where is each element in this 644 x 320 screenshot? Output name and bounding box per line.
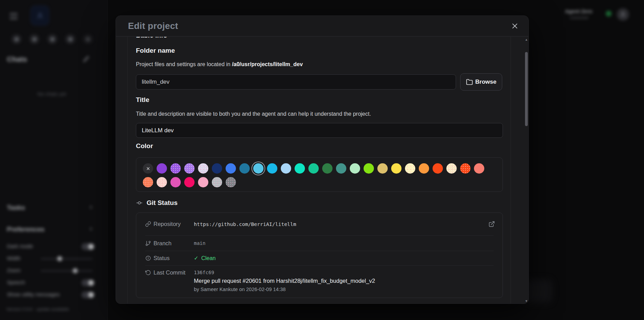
color-swatch[interactable]	[184, 163, 195, 174]
commit-byline: by Sameer Kankute on 2026-02-09 14:38	[194, 287, 375, 292]
color-swatch[interactable]	[267, 163, 277, 174]
color-swatch[interactable]	[157, 163, 167, 174]
color-swatch[interactable]	[184, 177, 195, 187]
color-swatch[interactable]	[143, 177, 153, 187]
git-last-commit-row: Last Commit 136fc69 Merge pull request #…	[136, 266, 503, 298]
color-swatch[interactable]	[405, 163, 415, 174]
color-swatch[interactable]	[239, 163, 250, 174]
external-link-icon[interactable]	[488, 221, 495, 227]
menu-icon[interactable]	[10, 13, 18, 21]
scrollbar-down-icon[interactable]: ▼	[523, 299, 530, 303]
color-swatch[interactable]	[419, 163, 429, 174]
dark-mode-toggle[interactable]	[81, 243, 95, 250]
width-label: Width	[7, 255, 21, 261]
git-status-heading: Git Status	[136, 199, 503, 207]
x-icon	[146, 166, 150, 171]
scrollbar-thumb[interactable]	[525, 52, 528, 126]
color-swatch[interactable]	[295, 163, 305, 174]
color-heading: Color	[136, 142, 503, 150]
app-logo[interactable]	[30, 6, 49, 25]
color-swatch[interactable]	[157, 177, 167, 187]
color-swatch-row-1	[143, 163, 496, 174]
browse-button[interactable]: Browse	[460, 73, 502, 91]
width-slider[interactable]	[41, 258, 92, 259]
scrollbar-up-icon[interactable]: ▲	[523, 38, 530, 41]
color-swatch[interactable]	[446, 163, 457, 174]
commit-hash: 136fc69	[194, 270, 375, 275]
sidebar: Chats No chats yet Tasks › Preferences ›…	[0, 0, 108, 320]
title-heading: Title	[136, 96, 503, 104]
status-online-indicator	[606, 11, 612, 17]
color-swatch[interactable]	[170, 163, 181, 174]
color-swatch-none[interactable]	[143, 163, 153, 174]
color-swatch[interactable]	[212, 177, 222, 187]
new-chat-icon[interactable]	[83, 55, 90, 64]
color-swatch[interactable]	[474, 163, 484, 174]
info-icon	[145, 255, 151, 261]
connection-subtitle: connected	[570, 16, 588, 20]
color-swatch[interactable]	[198, 163, 208, 174]
commit-message: Merge pull request #20601 from Harshit28…	[194, 278, 375, 284]
modal-body: Basic Info Folder name Project files and…	[127, 37, 511, 303]
settings-icon[interactable]	[65, 34, 75, 44]
files-icon[interactable]	[29, 34, 39, 44]
robot-icon	[36, 11, 44, 20]
tasks-section-header[interactable]: Tasks	[7, 204, 25, 211]
branch-icon	[145, 240, 151, 246]
branch-value: main	[194, 240, 206, 246]
color-swatch[interactable]	[377, 163, 388, 174]
empty-chats-note: No chats yet	[0, 91, 103, 97]
modal-title: Edit project	[128, 21, 178, 31]
repository-url: https://github.com/BerriAI/litellm	[194, 221, 296, 227]
home-icon[interactable]	[11, 34, 21, 44]
app-root: Chats No chats yet Tasks › Preferences ›…	[0, 0, 644, 320]
color-swatch[interactable]	[308, 163, 319, 174]
tasks-chevron-icon[interactable]: ›	[90, 203, 92, 211]
branch-label: Branch	[153, 240, 171, 247]
color-swatch[interactable]	[226, 177, 236, 187]
project-path: /a0/usr/projects/litellm_dev	[232, 61, 303, 67]
color-swatch[interactable]	[198, 177, 208, 187]
folder-icon	[466, 79, 473, 85]
more-icon[interactable]	[83, 34, 93, 44]
color-swatch[interactable]	[460, 163, 470, 174]
top-bar-right: Agent Zero connected	[538, 0, 644, 31]
preferences-chevron-icon[interactable]: ›	[90, 224, 92, 233]
user-icon	[620, 11, 626, 18]
utility-messages-toggle[interactable]	[81, 291, 95, 298]
color-swatch[interactable]	[322, 163, 333, 174]
speech-toggle[interactable]	[81, 279, 95, 286]
color-swatch[interactable]	[226, 163, 236, 174]
git-repository-row: Repository https://github.com/BerriAI/li…	[136, 213, 503, 235]
preferences-section-header[interactable]: Preferences	[7, 226, 44, 233]
color-swatch[interactable]	[281, 163, 291, 174]
folder-description: Project files and settings are located i…	[136, 61, 503, 68]
color-swatch[interactable]	[212, 163, 222, 174]
zoom-slider[interactable]	[41, 270, 92, 271]
color-swatch-row-2	[143, 177, 496, 187]
color-swatch[interactable]	[336, 163, 346, 174]
utility-messages-label: Show utility messages	[7, 291, 60, 298]
color-swatch[interactable]	[391, 163, 402, 174]
color-swatch[interactable]	[364, 163, 374, 174]
title-input[interactable]	[136, 123, 503, 138]
close-icon[interactable]	[509, 21, 520, 32]
avatar[interactable]	[617, 8, 629, 21]
chats-heading: Chats	[7, 55, 27, 63]
speech-label: Speech	[7, 279, 25, 286]
dark-mode-label: Dark mode	[7, 243, 33, 249]
history-icon	[145, 270, 151, 276]
color-swatch[interactable]	[433, 163, 443, 174]
color-swatch[interactable]	[170, 177, 181, 187]
title-description: Title and description are visible to bot…	[136, 110, 503, 117]
color-swatch-selected[interactable]	[253, 163, 264, 174]
git-branch-row: Branch main	[136, 236, 503, 251]
link-icon	[145, 221, 151, 227]
folder-name-input[interactable]	[136, 74, 456, 90]
version-info: Version 0.9.6 · update available	[6, 307, 103, 312]
repository-label: Repository	[153, 221, 181, 227]
zoom-label: Zoom	[7, 267, 21, 273]
folder-input-row: Browse	[136, 73, 503, 91]
projects-icon[interactable]	[47, 34, 57, 44]
color-swatch[interactable]	[350, 163, 360, 174]
